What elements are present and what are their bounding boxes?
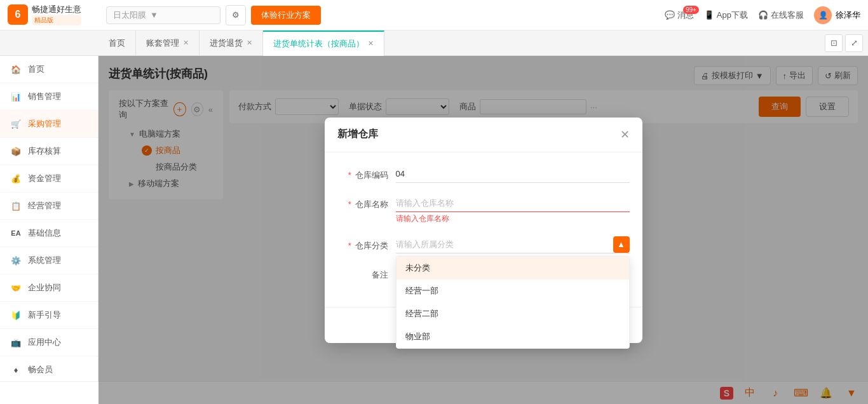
user-area[interactable]: 👤 徐泽华 [814,6,860,24]
sales-icon: 📊 [10,91,22,102]
category-required-star: * [348,241,351,250]
logo-area: 6 畅捷通好生意 精品版 [8,4,106,25]
remark-label: 备注 [337,265,388,281]
headset-icon: 🎧 [758,10,768,20]
name-input[interactable] [396,194,630,212]
tab-purchase-stats[interactable]: 进货单统计表（按商品） ✕ [263,30,384,56]
dropdown-option-property[interactable]: 物业部 [397,325,629,348]
sidebar-item-finance[interactable]: 💰 资金管理 [0,165,98,192]
online-service-button[interactable]: 🎧 在线客服 [758,10,804,21]
trial-button[interactable]: 体验行业方案 [251,6,321,25]
dropdown-option-dept2[interactable]: 经营二部 [397,302,629,325]
name-error-msg: 请输入仓库名称 [396,213,630,224]
modal-title: 新增仓库 [337,128,378,141]
tab-account-label: 账套管理 [146,37,179,49]
category-dropdown-list: 未分类 经营一部 经营二部 物业部 [396,256,630,349]
code-label: * 仓库编码 [337,165,388,181]
system-icon: ⚙️ [10,255,22,266]
form-row-name: * 仓库名称 请输入仓库名称 [337,194,630,224]
app-download-button[interactable]: 📱 App下载 [704,10,748,21]
purchase-icon: 🛒 [10,118,22,130]
sidebar-basic-info-label: 基础信息 [28,227,61,239]
sidebar-item-operations[interactable]: 📋 经营管理 [0,192,98,220]
message-icon: 💬 [665,10,675,20]
category-label: * 仓库分类 [337,236,388,252]
home-icon: 🏠 [10,64,22,75]
phone-icon: 📱 [704,10,714,20]
basic-info-icon: EA [10,227,22,239]
sidebar-home-label: 首页 [28,64,44,75]
settings-icon[interactable]: ⚙ [226,5,246,25]
form-row-category: * 仓库分类 ▲ 未分类 经营一部 经营二部 物业部 [337,236,630,253]
tab-minimize-icon[interactable]: ⊡ [825,34,843,52]
vip-icon: ♦ [10,364,22,375]
operations-icon: 📋 [10,200,22,212]
sidebar-item-purchase[interactable]: 🛒 采购管理 [0,111,98,138]
tab-bar: 首页 账套管理 ✕ 进货退货 ✕ 进货单统计表（按商品） ✕ ⊡ ⤢ [0,30,868,56]
dropdown-option-unclassified[interactable]: 未分类 [397,257,629,279]
top-header: 6 畅捷通好生意 精品版 日太阳膜 ▼ ⚙ 体验行业方案 💬 消息 99+ 📱 … [0,0,868,30]
sidebar-finance-label: 资金管理 [28,173,61,184]
enterprise-icon: 🤝 [10,282,22,293]
tab-purchase-stats-label: 进货单统计表（按商品） [273,38,364,50]
name-label: * 仓库名称 [337,194,388,210]
sidebar-item-system[interactable]: ⚙️ 系统管理 [0,247,98,274]
name-input-wrap: 请输入仓库名称 [396,194,630,224]
header-right: 💬 消息 99+ 📱 App下载 🎧 在线客服 👤 徐泽华 [665,6,860,24]
sidebar-system-label: 系统管理 [28,255,61,266]
sidebar-item-sales[interactable]: 📊 销售管理 [0,83,98,111]
category-input[interactable] [396,236,630,253]
new-warehouse-modal: 新增仓库 ✕ * 仓库编码 [325,118,642,343]
app-label: App下载 [717,10,748,21]
sidebar-item-guide[interactable]: 🔰 新手引导 [0,302,98,329]
guide-icon: 🔰 [10,309,22,321]
modal-close-button[interactable]: ✕ [620,128,630,142]
category-dropdown-toggle[interactable]: ▲ [613,236,630,253]
sidebar-item-inventory[interactable]: 📦 库存核算 [0,138,98,165]
avatar: 👤 [814,6,832,24]
search-arrow-icon: ▼ [150,10,158,20]
sidebar-item-enterprise[interactable]: 🤝 企业协同 [0,274,98,302]
search-value: 日太阳膜 [113,10,146,21]
main-layout: 🏠 首页 📊 销售管理 🛒 采购管理 📦 库存核算 💰 资金管理 📋 经营管理 … [0,56,868,404]
sidebar-app-center-label: 应用中心 [28,337,61,348]
header-search: 日太阳膜 ▼ ⚙ 体验行业方案 [106,5,665,25]
sidebar-item-basic-info[interactable]: EA 基础信息 [0,220,98,247]
search-bar[interactable]: 日太阳膜 ▼ [106,6,220,24]
form-row-code: * 仓库编码 [337,165,630,183]
service-label: 在线客服 [771,10,804,21]
tab-account[interactable]: 账套管理 ✕ [136,30,200,56]
tab-account-close[interactable]: ✕ [183,39,189,47]
tab-expand-icon[interactable]: ⤢ [845,34,863,52]
logo-badge: 精品版 [32,15,81,25]
sidebar-enterprise-label: 企业协同 [28,282,61,293]
sidebar-item-vip[interactable]: ♦ 畅会员 [0,356,98,384]
name-required-star: * [348,199,351,209]
inventory-icon: 📦 [10,145,22,157]
code-required-star: * [348,170,351,180]
sidebar-operations-label: 经营管理 [28,200,61,212]
sidebar-inventory-label: 库存核算 [28,145,61,157]
sidebar: 🏠 首页 📊 销售管理 🛒 采购管理 📦 库存核算 💰 资金管理 📋 经营管理 … [0,56,98,404]
tab-purchase-stats-close[interactable]: ✕ [368,39,374,48]
code-input[interactable] [396,165,630,183]
message-button[interactable]: 💬 消息 99+ [665,10,694,21]
modal-overlay: 新增仓库 ✕ * 仓库编码 [98,56,868,404]
tab-purchase-return-close[interactable]: ✕ [247,39,252,47]
username: 徐泽华 [836,10,860,21]
modal-body: * 仓库编码 * 仓库名称 [325,152,642,307]
tab-home[interactable]: 首页 [98,30,136,56]
tab-controls: ⊡ ⤢ [825,34,868,52]
message-badge: 99+ [683,6,699,14]
app-center-icon: 📺 [10,337,22,348]
sidebar-sales-label: 销售管理 [28,91,61,102]
sidebar-item-app-center[interactable]: 📺 应用中心 [0,329,98,356]
modal-header: 新增仓库 ✕ [325,118,642,152]
sidebar-purchase-label: 采购管理 [28,118,61,130]
tab-purchase-return[interactable]: 进货退货 ✕ [200,30,263,56]
category-input-wrap: ▲ 未分类 经营一部 经营二部 物业部 [396,236,630,253]
tab-purchase-return-label: 进货退货 [210,37,243,49]
dropdown-option-dept1[interactable]: 经营一部 [397,279,629,302]
sidebar-vip-label: 畅会员 [28,364,53,375]
sidebar-item-home[interactable]: 🏠 首页 [0,56,98,83]
